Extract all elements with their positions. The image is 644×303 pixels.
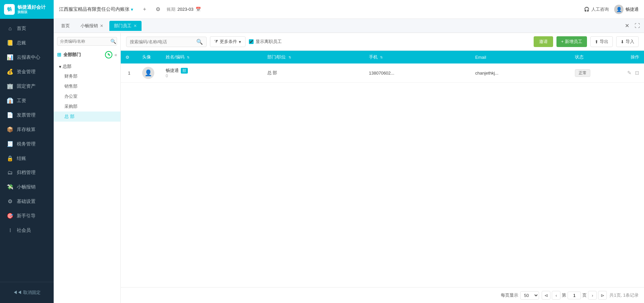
tab-expand-icon[interactable]: ⛶ [633,21,641,30]
col-name[interactable]: 姓名/编码 ⇅ [161,51,263,63]
nav-item-home[interactable]: ⌂ 首页 [0,21,54,36]
header-right: 🎧 人工咨询 👤 畅捷通 [584,5,639,14]
dept-search-box[interactable]: 🔍 [57,37,117,46]
company-name[interactable]: 江西服宝精品有限责任公司内账张 ▾ [59,6,133,12]
page-prev-button[interactable]: ‹ [552,291,560,300]
more-icon: ⁞ [7,227,13,233]
dept-collapse-button[interactable]: « [114,52,117,57]
invite-button[interactable]: 邀请 [534,36,553,47]
page-size-dropdown[interactable]: 10 20 50 100 [520,291,539,300]
import-button[interactable]: ⬇ 导入 [616,36,639,47]
dept-search-icon[interactable]: 🔍 [110,39,116,44]
ledger-icon: 📒 [7,40,13,46]
filter-button[interactable]: ⧩ 更多条件 ▾ [210,36,246,47]
all-depts-label[interactable]: 全部部门 [63,52,81,58]
settings-icon: ⚙ [7,198,13,205]
logo-title: 畅捷通好会计 [17,4,46,10]
nav-item-assets[interactable]: 🏢 固定资产 [0,79,54,93]
tab-dept-label: 部门员工 [114,23,131,29]
delete-employee-button[interactable]: ⊡ [635,70,639,76]
tab-expense[interactable]: 小畅报销 ✕ [76,21,108,31]
nav-item-guide[interactable]: 🎯 新手引导 [0,209,54,223]
import-icon: ⬇ [621,39,624,44]
dept-item-office[interactable]: 办公室 [54,91,120,101]
calendar-icon[interactable]: 📅 [196,7,201,12]
expand-icon: ▾ [59,64,61,69]
pagination-bar: 每页显示 10 20 50 100 ⊲ ‹ 第 页 [121,287,644,303]
employee-search-input[interactable] [130,39,194,44]
settings-gear-button[interactable]: ⚙ [153,5,163,14]
dept-item-general[interactable]: 总 部 [54,112,120,122]
export-button[interactable]: ⬆ 导出 [590,36,613,47]
tab-dept[interactable]: 部门员工 ✕ [109,21,142,31]
user-avatar: 👤 [614,5,624,14]
show-resigned-label[interactable]: 显示离职员工 [249,39,282,45]
dept-item-purchase[interactable]: 采购部 [54,101,120,112]
nav-item-expense[interactable]: 💸 小畅报销 [0,180,54,194]
dept-item-sales[interactable]: 销售部 [54,81,120,91]
page-last-button[interactable]: ⊳ [598,291,607,300]
table-body: 1 👤 畅捷通 部 0 总 部 [121,63,644,83]
sidebar-nav: ⌂ 首页 📒 总账 📊 云报表中心 💰 资金管理 🏢 固定资产 👔 工资 📄 发… [0,19,54,282]
toolbar: 🔍 ⧩ 更多条件 ▾ 显示离职员工 邀请 + 新增员工 [121,33,644,51]
nav-item-ledger[interactable]: 📒 总账 [0,36,54,50]
nav-item-more[interactable]: ⁞ 社会员 [0,223,54,237]
guide-icon: 🎯 [7,213,13,219]
nav-label-salary: 工资 [17,98,26,104]
dept-edit-button[interactable]: ✎ [105,51,112,58]
page-next-button[interactable]: › [588,291,597,300]
tab-bar: 首页 小畅报销 ✕ 部门员工 ✕ ✕ ⛶ [54,19,644,33]
dept-tree: ▾ 总部 财务部 销售部 办公室 采购部 总 部 [54,60,120,123]
nav-item-archive[interactable]: 🗂 归档管理 [0,166,54,180]
cancel-fixed-button[interactable]: ◀◀ 取消固定 [0,286,54,299]
salary-icon: 👔 [7,97,13,104]
nav-label-invoice: 发票管理 [17,112,36,118]
period-label: 账期 [167,6,175,12]
nav-item-tax[interactable]: 🧾 税务管理 [0,137,54,151]
tab-home[interactable]: 首页 [56,21,74,31]
show-resigned-checkbox[interactable] [249,39,254,44]
row-actions: ✎ ⊡ [610,63,644,83]
col-phone[interactable]: 手机 ⇅ [364,51,471,63]
customer-service-button[interactable]: 🎧 人工咨询 [584,6,609,12]
dept-header-left: ⊞ 全部部门 [57,52,81,58]
total-info: 共1页, 1条记录 [609,292,639,298]
dept-group-root[interactable]: ▾ 总部 [54,62,120,71]
add-employee-button[interactable]: + 新增员工 [556,36,587,47]
nav-label-capital: 资金管理 [17,69,36,75]
invite-label: 邀请 [539,39,548,44]
employee-name-row: 畅捷通 部 [166,68,258,74]
top-header: 江西服宝精品有限责任公司内账张 ▾ ＋ ⚙ 账期 2023-03 📅 🎧 人工咨… [54,0,644,19]
user-info[interactable]: 👤 畅捷通 [614,5,639,14]
nav-item-reports[interactable]: 📊 云报表中心 [0,50,54,64]
tab-dept-close[interactable]: ✕ [133,24,137,28]
nav-item-salary[interactable]: 👔 工资 [0,93,54,108]
action-icons: ✎ ⊡ [615,70,639,76]
col-settings[interactable]: ⚙ [121,51,138,63]
inventory-icon: 📦 [7,126,13,133]
employee-dept-badge: 部 [181,68,188,74]
nav-label-assets: 固定资产 [17,83,36,89]
page-first-button[interactable]: ⊲ [542,291,550,300]
row-status: 正常 [570,63,610,83]
tab-expense-close[interactable]: ✕ [100,24,103,28]
edit-employee-button[interactable]: ✎ [627,70,632,76]
nav-item-capital[interactable]: 💰 资金管理 [0,64,54,79]
employee-search-bar[interactable]: 🔍 [126,37,207,47]
add-tab-button[interactable]: ＋ [140,5,149,14]
name-sort-icon: ⇅ [187,55,190,59]
logo-text: 畅捷通好会计 旗舰版 [17,4,46,15]
tab-close-all-icon[interactable]: ✕ [624,21,631,30]
dept-search-input[interactable] [60,39,110,44]
nav-item-close[interactable]: 🔒 结账 [0,151,54,166]
nav-item-settings[interactable]: ⚙ 基础设置 [0,194,54,209]
employee-search-icon[interactable]: 🔍 [196,39,203,45]
nav-label-settings: 基础设置 [17,199,36,205]
dept-item-finance[interactable]: 财务部 [54,71,120,81]
col-dept[interactable]: 部门/职位 ⇅ [263,51,364,63]
dept-grid-icon: ⊞ [57,52,61,58]
period-info: 账期 2023-03 📅 [167,6,201,12]
nav-item-invoice[interactable]: 📄 发票管理 [0,108,54,122]
page-number-input[interactable] [568,292,581,299]
nav-item-inventory[interactable]: 📦 库存核算 [0,122,54,137]
